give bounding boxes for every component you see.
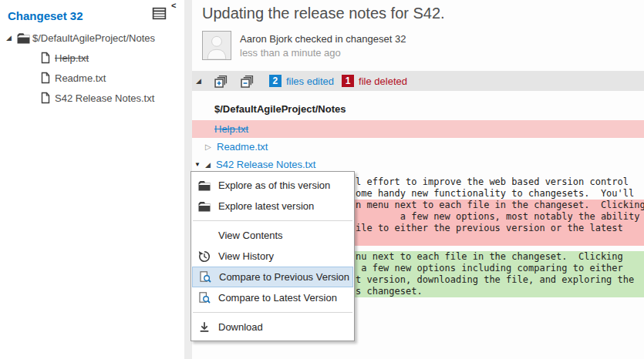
- changeset-page: { "sidebar": { "title": "Changeset 32", …: [0, 0, 644, 359]
- compare-icon: [197, 291, 211, 304]
- download-icon: [197, 320, 211, 334]
- diff-line-text: s changeset.: [356, 286, 423, 297]
- folder-icon: [197, 179, 211, 192]
- sidebar-file-item[interactable]: S42 Release Notes.txt: [0, 88, 184, 108]
- changeset-sidebar: Changeset 32 < ◢ $/DefaultAgileProject/N…: [0, 0, 184, 359]
- file-menu-dropdown-icon[interactable]: ▼: [194, 161, 205, 168]
- diff-line-text: n menu next to each file in the changese…: [356, 200, 644, 210]
- menu-item-label: Compare to Latest Version: [218, 292, 337, 304]
- checkin-author: Aaron Bjork checked in changeset 32: [240, 31, 406, 45]
- diff-line-text: nu next to each file in the changeset. C…: [356, 251, 623, 262]
- menu-item-view-history[interactable]: View History: [191, 246, 354, 267]
- menu-item-label: View Contents: [218, 230, 283, 241]
- diff-line-text: a few new options including comparing to…: [356, 263, 623, 273]
- file-icon: [39, 72, 52, 84]
- diff-line-text: t version, downloading the file, and exp…: [356, 274, 634, 285]
- expander-expanded-icon[interactable]: ◢: [6, 34, 17, 42]
- folder-icon: [17, 32, 30, 44]
- sidebar-file-list: Help.txtReadme.txtS42 Release Notes.txt: [0, 48, 184, 108]
- file-context-menu: Explore as of this versionExplore latest…: [191, 171, 355, 341]
- changed-file-list: Help.txt▷Readme.txt▼◢S42 Release Notes.t…: [192, 120, 644, 173]
- diff-line-text: a few new options, most notably the abil…: [356, 211, 644, 222]
- diff-line-text: ome handy new functionality to changeset…: [356, 188, 634, 199]
- file-icon: [39, 52, 52, 64]
- menu-item-label: Explore latest version: [218, 200, 314, 212]
- files-edited-link[interactable]: files edited: [286, 75, 334, 87]
- sidebar-file-label: Help.txt: [55, 52, 89, 64]
- folder-icon: [197, 200, 211, 213]
- changed-file-row[interactable]: ▷Readme.txt: [192, 138, 644, 156]
- tree-root-node[interactable]: ◢ $/DefaultAgileProject/Notes: [0, 28, 184, 48]
- folder-path-header: $/DefaultAgileProject/Notes: [192, 91, 644, 120]
- sidebar-file-label: Readme.txt: [55, 72, 106, 84]
- table-list-glyph: [151, 5, 167, 22]
- menu-item-compare-to-latest-version[interactable]: Compare to Latest Version: [191, 287, 354, 308]
- menu-item-explore-as-of-this-version[interactable]: Explore as of this version: [191, 175, 354, 196]
- menu-item-label: Compare to Previous Version: [219, 271, 349, 283]
- checkin-text: Aaron Bjork checked in changeset 32 less…: [240, 31, 406, 60]
- menu-item-view-contents[interactable]: View Contents: [191, 225, 354, 246]
- menu-item-label: Download: [218, 321, 263, 333]
- changed-file-link[interactable]: S42 Release Notes.txt: [216, 159, 315, 170]
- none: [197, 229, 211, 242]
- menu-item-explore-latest-version[interactable]: Explore latest version: [191, 196, 354, 216]
- tree-root-label: $/DefaultAgileProject/Notes: [32, 32, 155, 44]
- edited-count-badge: 2: [269, 75, 282, 87]
- checkin-time: less than a minute ago: [240, 45, 406, 59]
- changes-summary-bar: ◢ 2 files edited 1 file deleted: [192, 71, 644, 91]
- file-tree: ◢ $/DefaultAgileProject/Notes Help.txtRe…: [0, 28, 184, 108]
- person-placeholder-icon: [202, 31, 231, 60]
- sidebar-title: Changeset 32: [8, 9, 83, 22]
- sidebar-file-label: S42 Release Notes.txt: [55, 92, 154, 104]
- deleted-count-badge: 1: [342, 75, 354, 87]
- file-deleted-link[interactable]: file deleted: [359, 75, 407, 87]
- expander-collapsed-icon[interactable]: ▷: [205, 143, 217, 151]
- collapse-all-icon[interactable]: [241, 75, 254, 88]
- table-list-icon[interactable]: [150, 5, 168, 24]
- chevron-left-icon[interactable]: <: [171, 1, 176, 10]
- history-icon: [197, 250, 211, 263]
- sidebar-file-item[interactable]: Readme.txt: [0, 68, 184, 88]
- changed-file-link[interactable]: Readme.txt: [217, 141, 268, 153]
- menu-item-compare-to-previous-version[interactable]: Compare to Previous Version: [192, 267, 353, 287]
- changed-file-link[interactable]: Help.txt: [214, 123, 248, 135]
- menu-item-label: Explore as of this version: [218, 180, 330, 191]
- sidebar-file-item[interactable]: Help.txt: [0, 48, 184, 68]
- expander-expanded-icon[interactable]: ◢: [196, 77, 201, 85]
- changed-file-row[interactable]: Help.txt: [192, 120, 644, 138]
- diff-line-text: l effort to improve the web based versio…: [356, 176, 629, 187]
- expand-all-icon[interactable]: [214, 75, 228, 88]
- file-icon: [39, 92, 52, 104]
- menu-separator: [193, 312, 352, 313]
- diff-line-text: ile to either the previous version or th…: [356, 223, 623, 233]
- menu-item-download[interactable]: Download: [191, 317, 354, 337]
- menu-item-label: View History: [218, 250, 274, 262]
- expander-expanded-icon[interactable]: ◢: [205, 161, 216, 169]
- compare-icon: [198, 270, 212, 284]
- checkin-info: Aaron Bjork checked in changeset 32 less…: [202, 31, 406, 60]
- menu-separator: [193, 220, 352, 221]
- changeset-comment: Updating the release notes for S42.: [202, 5, 445, 22]
